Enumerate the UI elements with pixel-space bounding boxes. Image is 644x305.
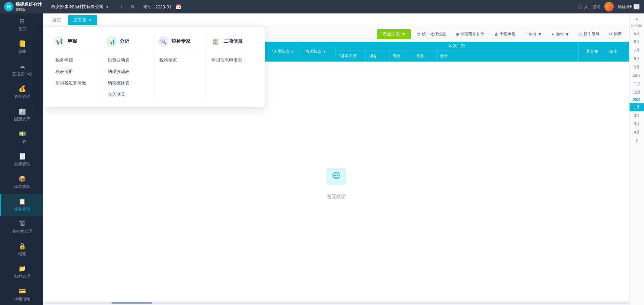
dropdown-section-analysis: 📊 分析 税负波动表 纳税波动表 纳税统计表 收入测算 (102, 34, 154, 100)
settings-icon[interactable]: ⚙ (128, 3, 137, 11)
analysis-section-icon: 📊 (106, 36, 117, 47)
section-header-business: 🏢 工商信息 (210, 34, 254, 51)
close-button[interactable]: ✕ (614, 0, 629, 13)
report-section-icon: 📢 (54, 36, 65, 47)
multi-icon: 🏗 (19, 220, 25, 227)
sidebar-item-tax-label: 税务管理 (14, 206, 30, 212)
expert-item[interactable]: 税检专家 (158, 54, 202, 66)
sidebar-item-invoice[interactable]: 🧾 发票管理 (0, 149, 43, 171)
analysis-section-title: 分析 (120, 38, 129, 44)
sidebar-item-multi[interactable]: 🏗 多机构管理 (0, 216, 43, 238)
sidebar-item-ledger[interactable]: 📒 总账 (0, 36, 43, 59)
tax-wave-item[interactable]: 税负波动表 (106, 54, 150, 66)
sidebar-item-marketing[interactable]: 💳 小畅报销 (0, 283, 43, 305)
cloud-icon: ☁ (19, 63, 25, 70)
sidebar-item-salary[interactable]: 💵 工资 (0, 126, 43, 149)
period-label: 账期 (143, 4, 151, 10)
marketing-icon: 💳 (18, 288, 26, 295)
sidebar: ⊞ 首页 📒 总账 ☁ 云报表中心 💰 资金管理 🏢 固定资产 💵 工资 🧾 发… (0, 13, 43, 305)
service-button[interactable]: 🎧 人工咨询 (578, 4, 600, 10)
user-avatar[interactable]: 用 (604, 2, 614, 11)
sidebar-item-ledger-label: 总账 (18, 49, 26, 54)
tax-flow-item[interactable]: 纳税波动表 (106, 66, 150, 77)
top-bar: 好 畅捷通好会计 旗舰版 西安虾米网络科技有限公司 ▼ + ⚙ 账期 2023-… (0, 0, 644, 13)
income-tax-clear-item[interactable]: 所得税汇算清缴 (54, 77, 98, 89)
company-dropdown-icon: ▼ (106, 5, 109, 9)
headset-icon: 🎧 (578, 4, 583, 9)
service-label: 人工咨询 (584, 4, 600, 10)
sidebar-item-multi-label: 多机构管理 (12, 229, 32, 234)
business-section-icon: 🏢 (210, 36, 221, 47)
sidebar-item-home-label: 首页 (18, 26, 26, 32)
win-controls: ✕ ⬜ (614, 0, 644, 13)
sidebar-item-salary-label: 工资 (18, 139, 26, 145)
app-title: 畅捷通好会计 (15, 1, 42, 7)
sidebar-item-marketing-label: 小畅报销 (14, 296, 30, 302)
dropdown-menu: 📢 申报 税务申报 税表清册 所得税汇算清缴 📊 分析 税负波动表 纳税波动表 … (43, 27, 265, 107)
archive-icon: 📁 (18, 265, 26, 272)
logo-area: 好 畅捷通好会计 旗舰版 (4, 1, 44, 12)
dropdown-section-business: 🏢 工商信息 年报信息申报表 (206, 34, 258, 100)
calendar-icon[interactable]: 📅 (176, 4, 181, 9)
sidebar-item-fund[interactable]: 💰 资金管理 (0, 81, 43, 104)
sidebar-item-tax[interactable]: 📋 税务管理 (0, 194, 43, 216)
annual-report-item[interactable]: 年报信息申报表 (210, 54, 254, 66)
ledger-icon: 📒 (18, 40, 26, 47)
sidebar-item-cloud-label: 云报表中心 (12, 71, 32, 77)
sidebar-item-close-label: 结账 (18, 251, 26, 257)
sidebar-item-archive[interactable]: 📁 归档管理 (0, 261, 43, 283)
sidebar-item-assets-label: 固定资产 (14, 116, 30, 122)
report-section-title: 申报 (68, 38, 77, 44)
company-selector[interactable]: 西安虾米网络科技有限公司 ▼ (48, 2, 112, 11)
add-company-icon[interactable]: + (118, 3, 126, 11)
logo-icon: 好 (4, 2, 13, 11)
section-header-analysis: 📊 分析 (106, 34, 150, 51)
sidebar-item-close[interactable]: 🔒 结账 (0, 238, 43, 261)
sidebar-item-archive-label: 归档管理 (14, 274, 30, 279)
sidebar-item-inventory-label: 库存核算 (14, 184, 30, 190)
sidebar-item-assets[interactable]: 🏢 固定资产 (0, 104, 43, 126)
assets-icon: 🏢 (18, 108, 26, 115)
period-value: 2023-01 (155, 4, 172, 9)
salary-icon: 💵 (18, 130, 26, 138)
inventory-icon: 📦 (18, 175, 26, 183)
business-section-title: 工商信息 (224, 38, 242, 44)
fund-icon: 💰 (18, 85, 26, 92)
section-header-report: 📢 申报 (54, 34, 98, 51)
tax-icon: 📋 (18, 198, 26, 205)
sidebar-item-cloud[interactable]: ☁ 云报表中心 (0, 59, 43, 81)
tax-stat-item[interactable]: 纳税统计表 (106, 77, 150, 89)
sidebar-item-home[interactable]: ⊞ 首页 (0, 13, 43, 36)
maximize-button[interactable]: ⬜ (629, 0, 644, 13)
tax-expert-section-title: 税检专家 (172, 38, 190, 44)
tax-report-item[interactable]: 税务申报 (54, 54, 98, 66)
app-version: 旗舰版 (15, 7, 42, 12)
tax-form-item[interactable]: 税表清册 (54, 66, 98, 77)
close-books-icon: 🔒 (18, 242, 26, 250)
sidebar-item-invoice-label: 发票管理 (14, 161, 30, 167)
section-header-tax-expert: 🔍 税检专家 (158, 34, 202, 51)
sidebar-item-inventory[interactable]: 📦 库存核算 (0, 171, 43, 194)
home-icon: ⊞ (20, 17, 25, 25)
dropdown-section-report: 📢 申报 税务申报 税表清册 所得税汇算清缴 (50, 34, 102, 100)
sidebar-item-fund-label: 资金管理 (14, 94, 30, 100)
income-calc-item[interactable]: 收入测算 (106, 89, 150, 100)
company-name: 西安虾米网络科技有限公司 (51, 4, 104, 10)
top-icons: + ⚙ (118, 3, 137, 11)
tax-expert-section-icon: 🔍 (158, 36, 169, 47)
dropdown-section-tax-expert: 🔍 税检专家 税检专家 (154, 34, 206, 100)
invoice-icon: 🧾 (18, 153, 26, 160)
